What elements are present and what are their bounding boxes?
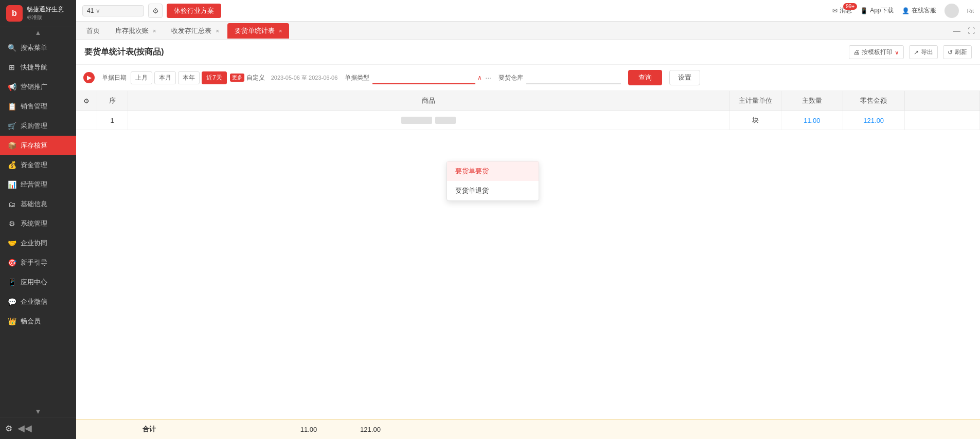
tab-fullscreen-button[interactable]: ⛶: [966, 25, 977, 37]
export-label: 导出: [921, 48, 933, 57]
app-download-button[interactable]: 📱 App下载: [860, 6, 893, 15]
finance-icon: 💰: [7, 161, 16, 169]
warehouse-input[interactable]: [526, 71, 621, 84]
member-icon: 👑: [7, 317, 16, 325]
footer-qty: 11.00: [278, 426, 340, 433]
type-chevron-up-icon[interactable]: ∧: [477, 74, 482, 81]
date-btn-this-month[interactable]: 本月: [154, 71, 176, 84]
page-actions: 🖨 按模板打印 ∨ ↗ 导出 ↺ 刷新: [849, 45, 972, 59]
tabs-actions: — ⛶: [951, 25, 977, 37]
type-input[interactable]: [372, 71, 475, 84]
sidebar-item-label-sales: 销售管理: [21, 102, 47, 111]
type-select: ∧: [372, 71, 482, 84]
footer-label: 合计: [134, 425, 165, 434]
tab-collect[interactable]: 收发存汇总表 ×: [164, 23, 226, 39]
sidebar-item-inventory[interactable]: 📦库存核算: [0, 136, 76, 155]
tab-collect-label: 收发存汇总表: [171, 26, 211, 35]
sidebar-item-label-basic: 基础信息: [21, 199, 47, 209]
sidebar-item-basic[interactable]: 🗂基础信息: [0, 194, 76, 214]
sidebar-item-finance[interactable]: 💰资金管理: [0, 155, 76, 175]
user-avatar[interactable]: [945, 4, 959, 18]
sidebar-item-appstore[interactable]: 📱应用中心: [0, 272, 76, 292]
type-dropdown: 要货单要货 要货单退货: [447, 161, 539, 201]
export-button[interactable]: ↗ 导出: [909, 45, 938, 59]
tabs-bar: 首页 库存批次账 × 收发存汇总表 × 要货单统计表 × — ⛶: [76, 22, 980, 40]
row-settings-cell: [76, 111, 97, 130]
filter-expand-button[interactable]: ▶: [83, 72, 95, 83]
app-name: 畅捷通好生意: [27, 6, 64, 14]
sidebar-item-operation[interactable]: 📊经营管理: [0, 175, 76, 194]
tab-collect-close-icon[interactable]: ×: [216, 28, 219, 34]
tab-inventory-close-icon[interactable]: ×: [153, 28, 156, 34]
page-header: 要货单统计表(按商品) 🖨 按模板打印 ∨ ↗ 导出 ↺ 刷新: [76, 40, 980, 65]
tab-home[interactable]: 首页: [79, 23, 107, 39]
topbar-right: ✉ 消息 99+ 📱 App下载 👤 在线客服 Rit: [832, 4, 974, 18]
type-filter-group: 单据类型 ∧ ···: [345, 71, 491, 84]
tab-order[interactable]: 要货单统计表 ×: [227, 23, 289, 39]
sidebar-item-label-appstore: 应用中心: [21, 278, 47, 287]
sidebar: b 畅捷通好生意 标准版 ▲ 🔍搜索菜单⊞快捷导航📢营销推广📋销售管理🛒采购管理…: [0, 0, 76, 439]
row-amount-link[interactable]: 121.00: [863, 117, 884, 124]
sidebar-item-enterprise[interactable]: 🤝企业协同: [0, 233, 76, 253]
sidebar-scroll-up[interactable]: ▲: [0, 27, 76, 38]
dropdown-item-order[interactable]: 要货单要货: [447, 161, 539, 181]
sidebar-item-search[interactable]: 🔍搜索菜单: [0, 38, 76, 58]
sidebar-item-guide[interactable]: 🎯新手引导: [0, 253, 76, 272]
date-custom-button[interactable]: 自定义: [246, 74, 265, 82]
app-version: 标准版: [27, 14, 64, 21]
refresh-button[interactable]: ↺ 刷新: [943, 45, 972, 59]
table-header-settings[interactable]: ⚙: [76, 91, 97, 111]
date-btn-last-month[interactable]: 上月: [131, 71, 152, 84]
sidebar-logo: b 畅捷通好生意 标准版: [0, 0, 76, 27]
topbar-left: 41 ∨ ⚙ 体验行业方案: [82, 4, 827, 18]
date-range-display: 2023-05-06 至 2023-06-06: [271, 74, 338, 82]
date-btn-7days[interactable]: 近7天: [202, 71, 227, 84]
store-selector[interactable]: 41 ∨: [82, 5, 144, 16]
sidebar-scroll-down[interactable]: ▼: [0, 406, 76, 417]
filter-more-icon[interactable]: ···: [485, 74, 491, 82]
sidebar-settings-icon[interactable]: ⚙: [5, 424, 12, 433]
app-download-label: App下载: [870, 6, 893, 15]
wechat-icon: 💬: [7, 298, 16, 306]
sidebar-item-label-inventory: 库存核算: [21, 141, 47, 150]
sidebar-item-label-enterprise: 企业协同: [21, 239, 47, 248]
query-button[interactable]: 查询: [628, 70, 662, 85]
dropdown-item-return[interactable]: 要货单退货: [447, 181, 539, 200]
sidebar-item-label-search: 搜索菜单: [21, 43, 47, 52]
print-button[interactable]: 🖨 按模板打印 ∨: [849, 45, 904, 59]
sidebar-item-purchase[interactable]: 🛒采购管理: [0, 116, 76, 136]
data-table: ⚙ 序 商品 主计量单位 主数量 零售金额 1: [76, 91, 980, 130]
export-icon: ↗: [914, 49, 919, 56]
tab-order-close-icon[interactable]: ×: [279, 28, 282, 34]
tab-minimize-button[interactable]: —: [951, 25, 963, 37]
sidebar-collapse-icon[interactable]: ◀◀: [17, 423, 32, 434]
sidebar-item-label-system: 系统管理: [21, 219, 47, 228]
guide-icon: 🎯: [7, 259, 16, 267]
operation-icon: 📊: [7, 180, 16, 189]
sidebar-item-marketing[interactable]: 📢营销推广: [0, 77, 76, 97]
sidebar-navigation: 🔍搜索菜单⊞快捷导航📢营销推广📋销售管理🛒采购管理📦库存核算💰资金管理📊经营管理…: [0, 38, 76, 406]
product-bar-2: [435, 117, 456, 124]
sidebar-item-sales[interactable]: 📋销售管理: [0, 97, 76, 116]
row-num-cell: 1: [97, 111, 128, 130]
set-button[interactable]: 设置: [669, 70, 700, 85]
sidebar-item-shortcut[interactable]: ⊞快捷导航: [0, 58, 76, 77]
online-service-button[interactable]: 👤 在线客服: [902, 6, 936, 15]
table-header-product: 商品: [128, 91, 729, 111]
industry-button[interactable]: 体验行业方案: [167, 4, 221, 18]
sidebar-item-wechat[interactable]: 💬企业微信: [0, 292, 76, 312]
sidebar-item-member[interactable]: 👑畅会员: [0, 312, 76, 331]
system-icon: ⚙: [7, 220, 16, 228]
service-label: 在线客服: [912, 6, 936, 15]
sidebar-item-label-finance: 资金管理: [21, 160, 47, 170]
shortcut-icon: ⊞: [7, 63, 16, 71]
date-btn-this-year[interactable]: 本年: [178, 71, 200, 84]
topbar-gear-icon[interactable]: ⚙: [148, 4, 163, 18]
warehouse-filter-label: 要货仓库: [498, 74, 523, 82]
message-button[interactable]: ✉ 消息 99+: [832, 6, 852, 15]
sidebar-item-label-operation: 经营管理: [21, 180, 47, 189]
sidebar-item-label-marketing: 营销推广: [21, 82, 47, 92]
sidebar-item-system[interactable]: ⚙系统管理: [0, 214, 76, 233]
tab-inventory[interactable]: 库存批次账 ×: [108, 23, 163, 39]
row-qty-link[interactable]: 11.00: [804, 117, 821, 124]
